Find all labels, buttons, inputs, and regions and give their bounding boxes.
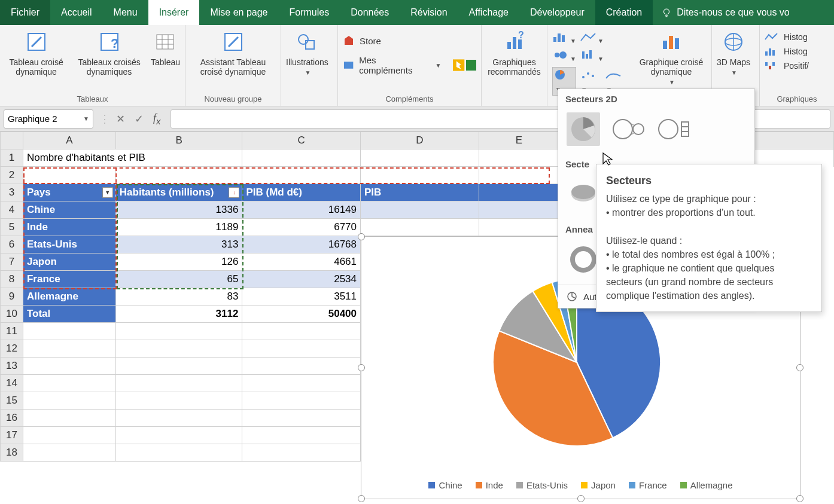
group-new-label: Nouveau groupe [190,93,276,103]
svg-rect-20 [558,33,561,42]
pie-3d-option[interactable] [567,178,600,211]
tab-file[interactable]: Fichier [0,0,50,25]
svg-point-28 [582,76,585,78]
svg-rect-24 [582,51,585,59]
tab-review[interactable]: Révision [400,0,458,25]
table-button[interactable]: Tableau [151,29,180,67]
svg-point-44 [613,120,632,139]
tab-layout[interactable]: Mise en page [199,0,278,25]
tab-data[interactable]: Données [340,0,400,25]
table-header[interactable]: PIB (Md d€) [242,184,361,201]
svg-rect-12 [345,39,353,45]
resize-handle[interactable] [796,364,803,371]
chart-type-tooltip: Secteurs Utilisez ce type de graphique p… [596,164,822,312]
svg-point-30 [592,75,594,77]
hierarchy-chart-menu[interactable]: ▼ [552,49,576,63]
chart-legend[interactable]: Chine Inde Etats-Unis Japon France Allem… [361,480,800,490]
tell-me-text: Dites-nous ce que vous vo [677,7,790,18]
group-addins-label: Compléments [343,93,476,103]
title-tabs: Fichier Accueil Menu Insérer Mise en pag… [0,0,834,25]
my-addins-button[interactable]: Mes compléments ▼ [343,55,476,75]
store-button[interactable]: Store [343,35,381,47]
resize-handle[interactable] [358,233,365,240]
table-header[interactable]: Pays▼ [23,184,115,201]
svg-rect-32 [669,36,673,49]
addins-icon [343,59,354,71]
col-header[interactable]: C [242,132,361,149]
line-chart-menu[interactable]: ▼ [580,31,604,45]
svg-text:?: ? [518,30,524,40]
fx-icon[interactable]: fx [153,112,161,126]
resize-handle[interactable] [796,495,803,502]
people-graph-icon [466,60,476,71]
table-header[interactable]: PIB [361,184,479,201]
table-header[interactable]: Habitants (millions)↓ [115,184,242,201]
svg-rect-38 [769,48,771,56]
stats-chart-menu[interactable]: ▼ [580,49,604,63]
tell-me-box[interactable]: Dites-nous ce que vous vo [653,0,834,25]
recommended-pivot-icon: ? [96,29,123,55]
svg-point-48 [659,120,678,139]
svg-rect-41 [769,66,771,69]
svg-rect-19 [553,37,556,42]
cell[interactable]: Nombre d'habitants et PIB [23,149,242,167]
col-header[interactable]: B [115,132,242,149]
bar-of-pie-option[interactable] [658,112,691,146]
tab-view[interactable]: Affichage [458,0,519,25]
svg-rect-26 [589,50,592,59]
tab-formulas[interactable]: Formules [278,0,340,25]
sparkline-hist2[interactable]: Histog [765,47,808,56]
svg-rect-16 [513,37,516,49]
svg-rect-17 [518,39,522,49]
tab-design[interactable]: Création [595,0,653,25]
name-box[interactable]: Graphique 2▼ [4,109,93,129]
table-icon [152,29,178,55]
3d-maps-button[interactable]: 3D Maps▼ [717,29,750,77]
resize-handle[interactable] [358,364,365,371]
tab-home[interactable]: Accueil [50,0,103,25]
bar-chart-menu[interactable]: ▼ [552,31,576,45]
pie-2d-option[interactable] [567,112,600,146]
section-title: Secteurs 2D [558,89,754,109]
col-header[interactable]: A [23,132,115,149]
store-icon [343,35,355,47]
pivot-table-icon [23,29,50,55]
pie-of-pie-option[interactable] [612,112,646,146]
cancel-formula-icon[interactable]: ✕ [116,112,125,126]
svg-rect-25 [586,54,588,59]
illustrations-button[interactable]: Illustrations▼ [286,29,328,77]
enter-formula-icon[interactable]: ✓ [135,112,144,126]
filter-dropdown-icon[interactable]: ▼ [102,187,113,198]
pivot-wizard-icon [220,29,246,55]
resize-handle[interactable] [358,495,365,502]
pivot-table-button[interactable]: Tableau croisé dynamique [5,29,68,77]
recommended-charts-button[interactable]: ? Graphiques recommandés [486,29,542,77]
col-header[interactable]: E [479,132,559,149]
recommended-charts-icon: ? [501,29,528,55]
svg-rect-37 [765,51,768,56]
svg-point-23 [559,51,567,59]
tab-insert[interactable]: Insérer [148,0,200,25]
svg-rect-4 [157,35,174,49]
pivot-wizard-button[interactable]: Assistant Tableau croisé dynamique [190,29,276,77]
sparkline-winloss[interactable]: Positif/ [765,61,809,71]
resize-handle[interactable] [577,495,585,502]
svg-point-53 [571,185,595,199]
sparkline-hist1[interactable]: Histog [765,32,808,42]
select-all-corner[interactable] [1,132,23,149]
sort-desc-icon[interactable]: ↓ [229,187,239,198]
recommended-pivot-button[interactable]: ? Tableaux croisés dynamiques [74,29,145,77]
svg-point-10 [299,35,308,44]
bing-icon [453,59,464,71]
col-header[interactable]: D [361,132,479,149]
pivot-chart-button[interactable]: Graphique croisé dynamique▼ [636,29,707,86]
svg-rect-49 [681,122,689,127]
svg-point-54 [573,249,594,270]
doughnut-option[interactable] [567,243,600,276]
tab-menu[interactable]: Menu [103,0,148,25]
table-header[interactable] [479,184,559,201]
pie-icon [567,291,577,302]
globe-icon [720,29,747,55]
tab-developer[interactable]: Développeur [519,0,595,25]
lightbulb-icon [661,7,672,18]
